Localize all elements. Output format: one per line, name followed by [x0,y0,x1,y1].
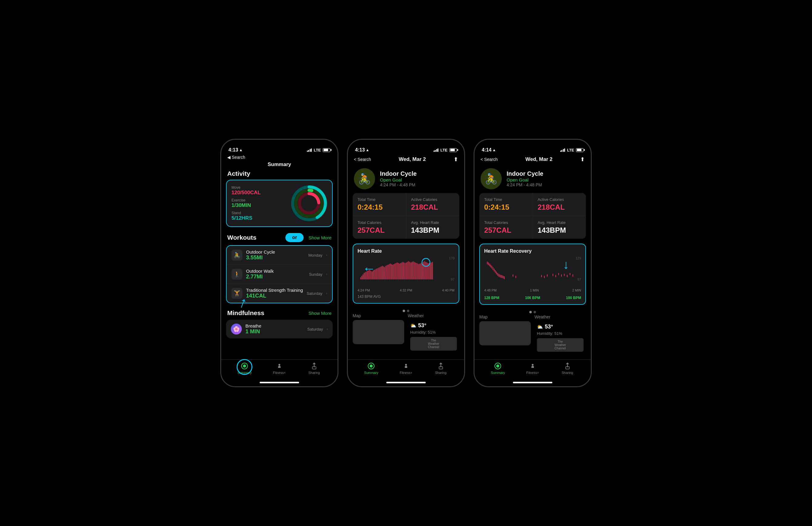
heart-rate-chart-2[interactable]: Heart Rate 170 97 [353,244,459,304]
fitness-svg-icon-2 [402,362,410,370]
home-indicator-1 [260,382,299,383]
workout-detail-name-2: Indoor Cycle [380,170,417,177]
svg-rect-59 [416,263,417,280]
workout-name-1: Outdoor Walk [246,268,305,274]
svg-rect-18 [369,270,370,279]
sharing-svg-icon-1 [310,362,318,370]
nav-title-3: Wed, Mar 2 [525,156,552,162]
page-title-1: Summary [267,161,291,167]
svg-rect-95 [513,274,513,277]
tab-summary-1[interactable]: Summary [232,362,257,375]
chart-time-labels-2: 4:24 PM 4:32 PM 4:40 PM [358,289,454,292]
dot-active-3 [529,311,532,313]
status-right-1: LTE [307,148,330,152]
heart-rate-title-2: Heart Rate [358,248,454,254]
activity-title: Activity [227,170,250,177]
tab-summary-3[interactable]: Summary [486,362,510,375]
share-button-3[interactable]: ⬆ [580,156,585,163]
workouts-show-more[interactable]: Show More [308,235,332,240]
tab-sharing-1[interactable]: Sharing [302,362,326,375]
svg-rect-14 [365,272,365,279]
svg-rect-13 [364,273,364,280]
svg-rect-68 [426,262,427,279]
nav-header-1: Summary [221,161,337,170]
bpm-0-3: 128 BPM [484,296,499,300]
activity-ring [291,185,327,221]
workout-info-1: Outdoor Walk 2.77MI [246,268,305,280]
tab-bar-3: Summary Fitness+ [475,359,591,381]
svg-rect-23 [375,269,376,279]
map-placeholder-3[interactable] [479,321,531,346]
svg-rect-35 [389,264,390,280]
map-section-2: Map [353,313,404,353]
svg-rect-107 [572,274,573,277]
svg-rect-41 [396,263,396,280]
status-right-2: LTE [434,148,457,152]
tab-sharing-2[interactable]: Sharing [429,362,453,375]
time-label-2-3: 2 MIN [572,289,581,292]
heart-rate-recovery-chart-3[interactable]: Heart Rate Recovery 129 97 [479,244,586,305]
svg-rect-30 [383,266,384,279]
screens-container: 4:13 ▲ LTE ◀ Se [220,139,592,387]
svg-rect-10 [360,277,361,280]
phone-1: 4:13 ▲ LTE ◀ Se [220,139,338,387]
search-back-label[interactable]: ◀ Search [227,155,245,160]
share-button-2[interactable]: ⬆ [453,156,458,163]
nav-header-2: < Search Wed, Mar 2 ⬆ [348,155,464,165]
stat-value-1-2: 218CAL [411,203,455,211]
svg-rect-82 [491,264,491,267]
or-badge: or [286,233,304,242]
tab-fitness-2[interactable]: Fitness+ [394,362,418,375]
exercise-value: 1/30MIN [231,202,261,208]
map-placeholder-2[interactable] [353,320,404,344]
svg-rect-92 [502,275,502,278]
mindfulness-show-more[interactable]: Show More [308,310,332,316]
bar1 [307,150,308,152]
workout-item-0[interactable]: 🚴 Outdoor Cycle 3.55MI Monday › [227,246,332,265]
fitness-tab-label-1: Fitness+ [273,371,286,375]
bar2-2 [435,150,436,152]
svg-rect-40 [394,264,395,280]
fitness-icon-1 [275,362,283,370]
stat-label-0-2: Total Time [358,197,401,202]
tab-summary-2[interactable]: Summary [359,362,383,375]
activity-card[interactable]: Move 120/500CAL Exercise 1/30MIN Stand 5… [226,180,333,227]
heart-rate-recovery-title-3: Heart Rate Recovery [484,248,581,254]
chart-max-3: 129 [576,256,581,260]
weather-temp-3: 53° [545,324,553,330]
lte-label-1: LTE [314,148,321,152]
mindfulness-header: Mindfulness Show More [221,309,337,320]
tab-bar-1: Summary Fitness+ [221,359,337,381]
time-display-3: 4:14 ▲ [482,147,496,153]
tab-sharing-3[interactable]: Sharing [555,362,580,375]
dot-inactive-2 [407,310,409,312]
svg-rect-47 [403,262,403,279]
svg-rect-17 [368,270,369,279]
mindfulness-item[interactable]: 🌸 Breathe 1 MIN Saturday › [226,320,333,338]
weather-section-3: Weather ⛅ 53° Humidity: 51% TheWeatherCh… [535,315,586,354]
bpm-2-3: 100 BPM [566,296,581,300]
summary-tab-label-2: Summary [364,371,378,375]
stat-active-cal-3: Active Calories 218CAL [533,193,586,216]
stat-label-0-3: Total Time [484,197,528,202]
stat-value-2-2: 257CAL [358,226,401,235]
svg-rect-53 [409,262,410,279]
svg-rect-97 [541,275,542,277]
svg-rect-79 [487,262,488,264]
workout-item-1[interactable]: 🚶 Outdoor Walk 2.77MI Sunday › [227,265,332,284]
signal-bars-3 [560,148,565,152]
hr-chart-svg-3 [484,256,581,287]
workout-detail-header-3: 🚴 Indoor Cycle Open Goal 4:24 PM - 4:48 … [475,165,591,193]
workout-name-2: Traditional Strength Training [246,288,303,293]
breathe-name: Breathe [245,323,304,328]
stat-active-cal-2: Active Calories 218CAL [406,193,460,216]
workout-item-2[interactable]: 🏋️ Traditional Strength Training 141CAL … [227,284,332,303]
tab-fitness-1[interactable]: Fitness+ [267,362,291,375]
signal-bars-1 [307,148,312,152]
bar2 [308,150,309,152]
back-button-2[interactable]: < Search [354,157,371,162]
tab-fitness-3[interactable]: Fitness+ [521,362,545,375]
back-button-3[interactable]: < Search [480,157,497,162]
status-right-3: LTE [560,148,583,152]
stat-value-1-3: 218CAL [538,203,581,211]
